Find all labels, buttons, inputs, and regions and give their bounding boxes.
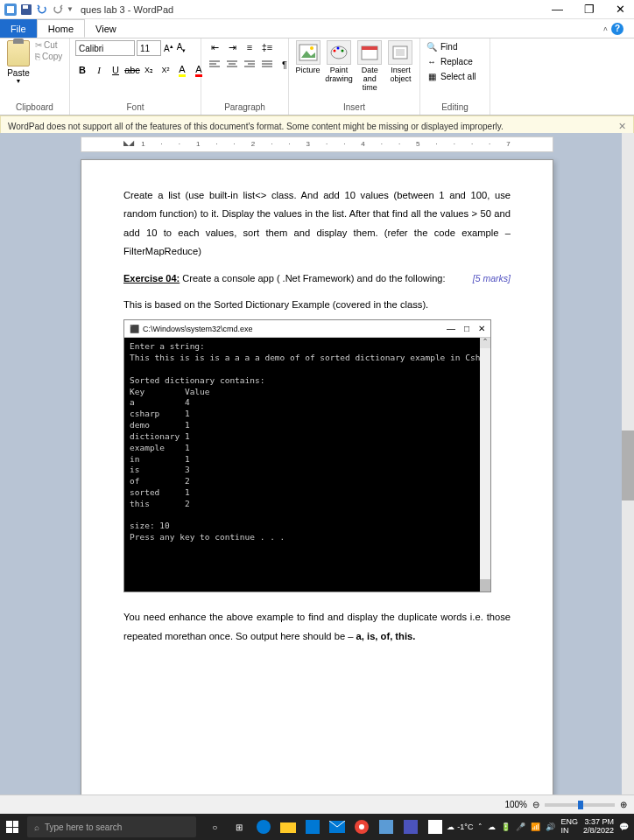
language-indicator[interactable]: ENGIN (560, 818, 578, 836)
collapse-ribbon-icon[interactable]: ʌ (603, 24, 608, 32)
status-bar: 100% ⊖ ⊕ (0, 794, 634, 814)
undo-icon[interactable] (35, 3, 49, 17)
edge-icon[interactable] (252, 816, 275, 838)
font-group: A▴ A▾ B I U abc X₂ X² A A Font (70, 38, 201, 115)
insert-picture-button[interactable]: Picture (294, 40, 321, 75)
paragraph-1: Create a list (use built-in list<> class… (123, 186, 511, 261)
align-left-icon[interactable] (207, 58, 222, 72)
object-icon (388, 40, 412, 65)
zoom-out-button[interactable]: ⊖ (532, 800, 539, 809)
align-right-icon[interactable] (242, 58, 257, 72)
insert-object-button[interactable]: Insert object (387, 40, 414, 84)
shrink-font-icon[interactable]: A▾ (176, 41, 187, 55)
subscript-button[interactable]: X₂ (142, 63, 156, 77)
mic-icon[interactable]: 🎤 (516, 822, 525, 831)
view-tab[interactable]: View (85, 19, 127, 38)
svg-point-20 (333, 50, 335, 52)
store-icon[interactable] (301, 816, 324, 838)
replace-button[interactable]: ↔Replace (426, 55, 473, 67)
app-icon-3[interactable] (424, 816, 447, 838)
redo-icon[interactable] (51, 3, 65, 17)
line-spacing-icon[interactable]: ‡≡ (259, 40, 275, 54)
weather-icon: ☁ (447, 822, 454, 831)
subtext: This is based on the Sorted Dictionary E… (123, 296, 511, 314)
tray-chevron-icon[interactable]: ˄ (478, 822, 483, 831)
warning-close-button[interactable]: ✕ (618, 121, 626, 132)
minimize-button[interactable]: — (546, 1, 568, 18)
close-button[interactable]: ✕ (610, 1, 630, 18)
app-icon-1[interactable] (375, 816, 398, 838)
underline-button[interactable]: U (109, 63, 123, 77)
console-minimize-icon: — (447, 324, 455, 333)
chrome-icon[interactable] (350, 816, 373, 838)
app-icon-2[interactable] (399, 816, 422, 838)
svg-rect-24 (362, 46, 377, 50)
selectall-button[interactable]: ▦Select all (426, 70, 476, 82)
after-paragraph: You need enhance the above example to fi… (123, 608, 511, 646)
justify-icon[interactable] (259, 58, 275, 72)
taskview-icon[interactable]: ⊞ (228, 816, 250, 838)
onedrive-icon[interactable]: ☁ (488, 822, 496, 831)
zoom-in-button[interactable]: ⊕ (620, 800, 627, 809)
svg-rect-29 (306, 820, 320, 834)
battery-icon[interactable]: 🔋 (501, 822, 511, 831)
cortana-icon[interactable]: ○ (203, 816, 226, 838)
document-page[interactable]: Create a list (use built-in list<> class… (81, 159, 553, 794)
font-name-input[interactable] (75, 40, 135, 56)
notifications-icon[interactable]: 💬 (619, 822, 629, 831)
weather-widget[interactable]: ☁-1°C (447, 822, 473, 831)
svg-point-27 (257, 820, 271, 834)
bullets-icon[interactable]: ≡ (242, 40, 257, 54)
align-center-icon[interactable] (224, 58, 240, 72)
svg-rect-33 (379, 820, 393, 834)
help-icon[interactable]: ? (611, 23, 623, 35)
zoom-controls: 100% ⊖ ⊕ (504, 800, 627, 809)
highlight-button[interactable]: A (175, 63, 189, 77)
console-close-icon: ✕ (478, 324, 485, 333)
wifi-icon[interactable]: 📶 (531, 822, 540, 831)
grow-font-icon[interactable]: A▴ (163, 42, 174, 54)
clock[interactable]: 3:37 PM2/8/2022 (583, 818, 614, 836)
taskbar-search[interactable]: ⌕ Type here to search (27, 816, 196, 837)
scissors-icon: ✂ (35, 40, 42, 50)
home-tab[interactable]: Home (37, 19, 85, 38)
find-button[interactable]: 🔍Find (426, 40, 457, 52)
calendar-icon (357, 40, 382, 65)
ruler[interactable]: ◣◢ ·1··1··2··3··4··5····7 (81, 136, 553, 152)
svg-point-22 (341, 50, 343, 52)
increase-indent-icon[interactable]: ⇥ (224, 40, 240, 54)
font-size-input[interactable] (137, 40, 161, 56)
copy-button[interactable]: ⎘Copy (35, 52, 62, 61)
vertical-scrollbar[interactable] (622, 133, 634, 794)
console-screenshot: ⬛C:\Windows\system32\cmd.exe — □ ✕ Enter… (123, 319, 491, 592)
explorer-icon[interactable] (277, 816, 299, 838)
scrollbar-thumb[interactable] (622, 430, 634, 500)
windows-logo-icon (6, 821, 18, 833)
zoom-slider[interactable] (545, 803, 615, 807)
file-tab[interactable]: File (0, 19, 37, 38)
strikethrough-button[interactable]: abc (125, 63, 139, 77)
decrease-indent-icon[interactable]: ⇤ (207, 40, 222, 54)
editing-group: 🔍Find ↔Replace ▦Select all Editing (420, 38, 490, 115)
window-controls: — ❐ ✕ (546, 1, 630, 18)
mail-icon[interactable] (326, 816, 349, 838)
quick-access-toolbar: ▼ (4, 3, 74, 17)
warning-text: WordPad does not support all of the feat… (8, 122, 504, 131)
svg-rect-35 (428, 820, 442, 834)
superscript-button[interactable]: X² (158, 63, 173, 77)
insert-datetime-button[interactable]: Date and time (356, 40, 384, 93)
save-icon[interactable] (19, 3, 33, 17)
title-bar: ▼ ques lab 3 - WordPad — ❐ ✕ (0, 0, 634, 19)
insert-paint-button[interactable]: Paint drawing (325, 40, 353, 84)
paste-button[interactable]: Paste ▼ (5, 40, 32, 84)
paint-icon (327, 40, 351, 65)
volume-icon[interactable]: 🔊 (546, 822, 555, 831)
italic-button[interactable]: I (92, 63, 106, 77)
bold-button[interactable]: B (75, 63, 89, 77)
cut-button[interactable]: ✂Cut (35, 40, 62, 50)
selectall-icon: ▦ (426, 70, 438, 82)
maximize-button[interactable]: ❐ (579, 1, 600, 18)
qat-dropdown-icon[interactable]: ▼ (67, 5, 74, 13)
zoom-level: 100% (504, 800, 527, 809)
start-button[interactable] (0, 814, 25, 840)
